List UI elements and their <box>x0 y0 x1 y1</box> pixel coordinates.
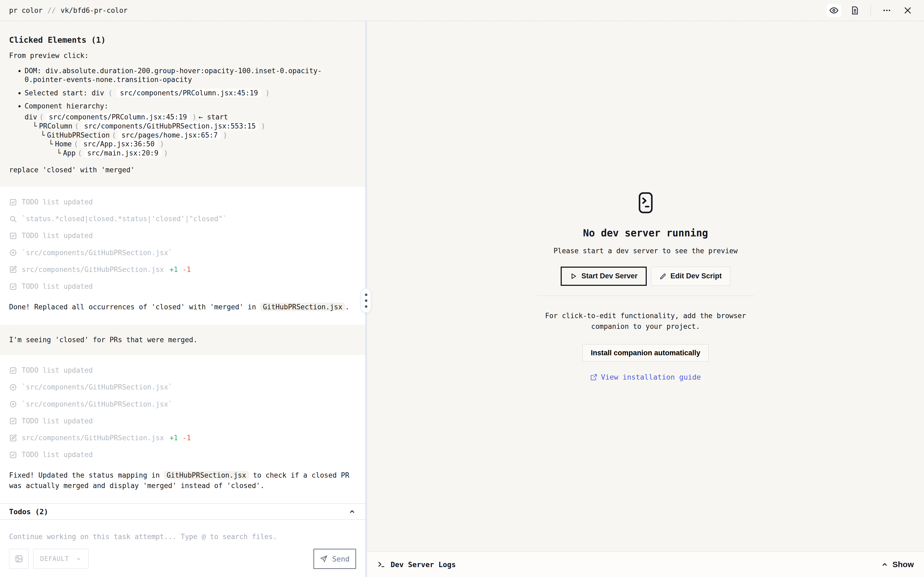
todo-check-icon <box>9 198 17 206</box>
message-text: Done! Replaced all occurrences of 'close… <box>9 303 256 311</box>
open-paren: ( <box>39 113 44 121</box>
tool-event-text: `status.*closed|closed.*status|'closed'|… <box>22 215 227 223</box>
open-paren: ( <box>74 122 79 130</box>
titlebar-actions <box>827 4 915 17</box>
hierarchy-row: └GitHubPRSection(src/pages/home.jsx:65:7… <box>24 131 356 140</box>
dev-server-empty-state: No dev server running Please start a dev… <box>367 21 924 551</box>
tool-event-text: TODO list updated <box>22 451 93 459</box>
close-paren: ) <box>265 89 270 97</box>
selected-start-item: Selected start: div ( src/components/PRC… <box>24 89 356 97</box>
component-hierarchy-tree: div(src/components/PRColumn.jsx:45:19)← … <box>24 113 356 158</box>
hierarchy-row: └Home(src/App.jsx:36:50) <box>24 140 356 149</box>
handle-dot <box>365 305 367 308</box>
file-edit-icon <box>9 434 17 442</box>
show-logs-toggle[interactable]: Show <box>881 560 914 569</box>
close-paren: ) <box>192 113 197 121</box>
model-label: DEFAULT <box>40 555 69 562</box>
panel-resizer[interactable] <box>365 21 367 577</box>
close-paren: ) <box>160 140 164 148</box>
file-path-chip: src/components/PRColumn.jsx:45:19 <box>46 113 191 121</box>
branch-glyph: └ <box>57 149 61 157</box>
user-message-2: I'm seeing 'closed' for PRs that were me… <box>0 324 365 355</box>
install-companion-button[interactable]: Install companion automatically <box>582 344 709 362</box>
tool-event: TODO list updated <box>9 232 356 240</box>
branch-name: vk/bfd6-pr-color <box>61 6 128 15</box>
file-read-icon <box>9 400 17 408</box>
chat-input[interactable] <box>9 525 356 549</box>
handle-dot <box>365 300 367 302</box>
search-icon <box>9 215 17 223</box>
hierarchy-row: div(src/components/PRColumn.jsx:45:19)← … <box>24 113 356 122</box>
component-name: App <box>63 149 76 157</box>
preview-eye-button[interactable] <box>827 4 841 17</box>
toolbar-divider <box>871 5 871 16</box>
tool-event: TODO list updated <box>9 366 356 374</box>
model-selector[interactable]: DEFAULT <box>33 549 89 569</box>
companion-hint-line2: companion to your project. <box>545 321 746 332</box>
tool-event-text: TODO list updated <box>22 198 93 206</box>
edit-dev-script-button[interactable]: Edit Dev Script <box>651 267 730 286</box>
tool-event-text: `src/components/GitHubPRSection.jsx` <box>22 249 173 257</box>
todo-check-icon <box>9 366 17 374</box>
todos-header[interactable]: Todos (2) <box>0 503 365 520</box>
dev-server-logs-label: Dev Server Logs <box>391 561 456 569</box>
view-installation-guide-link[interactable]: View installation guide <box>590 373 701 381</box>
file-read-icon <box>9 383 17 392</box>
branch-glyph: └ <box>32 122 37 130</box>
dom-selector-item: DOM: div.absolute.duration-200.group-hov… <box>24 66 356 84</box>
hierarchy-row: └App(src/main.jsx:20:9) <box>24 149 356 158</box>
open-paren: ( <box>74 140 78 148</box>
resize-handle[interactable] <box>361 288 372 313</box>
more-menu-button[interactable] <box>880 4 894 17</box>
close-icon <box>903 6 912 15</box>
todo-check-icon <box>9 417 17 425</box>
external-link-icon <box>590 374 597 380</box>
start-dev-server-button[interactable]: Start Dev Server <box>561 267 646 286</box>
todo-check-icon <box>9 451 17 459</box>
hierarchy-label: Component hierarchy: <box>24 102 108 110</box>
edited-file-path: src/components/GitHubPRSection.jsx <box>22 434 164 442</box>
empty-state-subtitle: Please start a dev server to see the pre… <box>553 247 738 255</box>
tool-event-text: TODO list updated <box>22 417 93 425</box>
file-path-chip: src/pages/home.jsx:65:7 <box>118 131 221 139</box>
message-text: Fixed! Updated the status mapping in <box>9 471 160 479</box>
edited-file-path: src/components/GitHubPRSection.jsx <box>22 266 164 274</box>
task-title: pr color // vk/bfd6-pr-color <box>9 6 128 15</box>
close-button[interactable] <box>900 4 915 17</box>
component-name: Home <box>55 140 72 148</box>
main-split: Clicked Elements (1) From preview click:… <box>0 21 924 577</box>
user-message-text: I'm seeing 'closed' for PRs that were me… <box>9 336 197 344</box>
tool-event: `src/components/GitHubPRSection.jsx` <box>9 383 356 392</box>
section-divider <box>537 295 754 296</box>
hierarchy-row: └PRColumn(src/components/GitHubPRSection… <box>24 122 356 131</box>
attach-image-button[interactable] <box>9 549 29 569</box>
component-hierarchy-item: Component hierarchy: div(src/components/… <box>24 102 356 158</box>
close-paren: ) <box>164 149 168 157</box>
tool-event: TODO list updated <box>9 417 356 425</box>
file-path-chip: src/App.jsx:36:50 <box>80 140 158 148</box>
send-label: Send <box>332 555 349 563</box>
dev-server-logs-header: Dev Server Logs <box>377 561 456 569</box>
file-path-chip: src/components/GitHubPRSection.jsx:553:1… <box>81 122 259 131</box>
dev-server-logs-bar: Dev Server Logs Show <box>367 551 924 577</box>
tool-event-file-edit: src/components/GitHubPRSection.jsx +1 -1 <box>9 266 356 274</box>
ellipsis-icon <box>882 6 892 15</box>
tool-event-text: TODO list updated <box>22 366 93 374</box>
tool-event: TODO list updated <box>9 282 356 291</box>
tool-event-text: TODO list updated <box>22 282 93 291</box>
lines-removed: -1 <box>183 266 191 274</box>
send-button[interactable]: Send <box>313 549 356 569</box>
empty-state-title: No dev server running <box>583 227 708 239</box>
tool-event: `src/components/GitHubPRSection.jsx` <box>9 249 356 257</box>
chevron-down-icon <box>75 556 82 562</box>
todo-check-icon <box>9 232 17 240</box>
dev-server-actions: Start Dev Server Edit Dev Script <box>561 267 730 286</box>
titlebar: pr color // vk/bfd6-pr-color <box>0 0 924 21</box>
open-paren: ( <box>112 131 116 139</box>
view-installation-guide-label: View installation guide <box>601 373 701 381</box>
close-paren: ) <box>223 131 227 139</box>
eye-icon <box>829 6 839 15</box>
assistant-message: Done! Replaced all occurrences of 'close… <box>9 302 356 312</box>
chevron-up-icon[interactable] <box>348 508 356 516</box>
diff-file-button[interactable] <box>848 4 862 17</box>
